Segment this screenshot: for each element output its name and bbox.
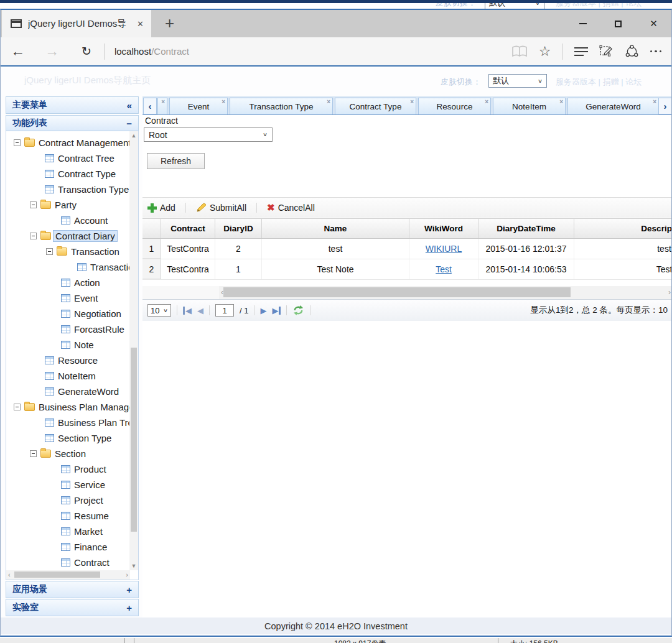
tab-close-icon[interactable]: × (485, 98, 488, 105)
wikiword-link[interactable]: WIKIURL (426, 244, 462, 254)
hub-icon[interactable] (574, 47, 588, 56)
document-tab-event[interactable]: Event× (169, 98, 228, 114)
partial-tab[interactable]: × (157, 98, 167, 114)
collapse-panel-icon[interactable]: − (126, 118, 132, 129)
table-row[interactable]: 1TestContra2testWIKIURL2015-01-16 12:01:… (142, 239, 671, 259)
close-button[interactable]: ✕ (636, 10, 671, 37)
tab-close-icon[interactable]: × (653, 98, 656, 105)
tree-node[interactable]: Business Plan Management (6, 399, 130, 415)
scrollbar-thumb[interactable] (131, 348, 137, 532)
scroll-up-icon[interactable]: ▲ (129, 132, 138, 139)
contract-combobox[interactable]: Root ∨ (144, 127, 273, 142)
page-size-select[interactable]: 10 ∨ (147, 304, 171, 317)
collapse-toggle-icon[interactable] (46, 248, 53, 255)
tree-node[interactable]: Resume (6, 508, 130, 524)
collapse-toggle-icon[interactable] (14, 139, 21, 146)
tree-node[interactable]: Transaction (6, 244, 130, 259)
sidebar-panel-scenarios[interactable]: 应用场景 + (6, 581, 139, 598)
tree-node[interactable]: Contract Management (6, 135, 130, 150)
document-tab-transaction-type[interactable]: Transaction Type× (230, 98, 333, 114)
last-page-button[interactable]: ▶ (272, 307, 281, 315)
tree-node[interactable]: Product (6, 461, 130, 477)
new-tab-button[interactable]: + (160, 13, 179, 33)
tree-node[interactable]: Resource (6, 353, 130, 368)
collapse-sidebar-icon[interactable]: « (127, 100, 132, 111)
collapse-toggle-icon[interactable] (30, 233, 37, 239)
scroll-right-icon[interactable]: › (126, 570, 128, 580)
scrollbar-thumb[interactable] (223, 287, 571, 297)
tab-close-icon[interactable]: × (410, 98, 414, 105)
tree-node[interactable]: Account (6, 213, 130, 228)
reload-grid-icon[interactable] (292, 305, 304, 316)
document-tab-generateword[interactable]: GenerateWord× (567, 98, 659, 114)
scroll-down-icon[interactable]: ▼ (129, 563, 138, 569)
skin-select[interactable]: 默认 ∨ (488, 74, 547, 88)
tree-node[interactable]: Business Plan Tree (6, 415, 130, 430)
share-icon[interactable] (625, 44, 639, 58)
first-page-button[interactable]: ◀ (183, 307, 192, 315)
collapse-toggle-icon[interactable] (14, 404, 21, 410)
grid-header-cell[interactable]: DiaryDateTime (478, 219, 574, 238)
scroll-left-icon[interactable]: ‹ (8, 570, 11, 580)
tree-node[interactable]: Contract Diary (6, 228, 130, 244)
add-button[interactable]: Add (147, 203, 175, 213)
tree-node[interactable]: GenerateWord (6, 384, 130, 399)
sidebar-panel-main-menu[interactable]: 主要菜单 « (6, 96, 139, 114)
expand-panel-icon[interactable]: + (126, 585, 132, 595)
grid-header-cell[interactable]: Contract (161, 219, 215, 238)
tree-node[interactable]: Contract Type (6, 166, 130, 182)
tab-close-icon[interactable]: × (161, 98, 165, 105)
tree-node[interactable]: NoteItem (6, 368, 130, 384)
tree-node[interactable]: Finance (6, 539, 130, 555)
document-tab-resource[interactable]: Resource× (418, 98, 491, 114)
background-skin-select[interactable]: 默认 ∨ (485, 3, 544, 9)
tree-node[interactable]: Note (6, 337, 130, 353)
tree-node[interactable]: Market (6, 524, 130, 539)
cancel-all-button[interactable]: ✖ CancelAll (267, 202, 315, 213)
tab-close-icon[interactable]: × (222, 98, 225, 105)
tree-node[interactable]: Action (6, 275, 130, 290)
url-field[interactable]: localhost/Contract (114, 46, 189, 57)
scroll-right-icon[interactable]: › (668, 286, 671, 299)
tree-node[interactable]: Contract (6, 555, 130, 570)
sidebar-panel-lab[interactable]: 实验室 + (6, 599, 139, 616)
tab-close-icon[interactable]: × (327, 98, 330, 105)
web-note-icon[interactable] (599, 44, 614, 58)
browser-tab[interactable]: jQuery ligerUI Demos导 ✕ (2, 10, 151, 37)
document-tab-contract-type[interactable]: Contract Type× (335, 98, 416, 114)
page-number-input[interactable] (215, 304, 234, 317)
sidebar-panel-function-list[interactable]: 功能列表 − (6, 115, 139, 131)
refresh-tree-button[interactable]: Refresh (147, 153, 205, 169)
document-tab-noteitem[interactable]: NoteItem× (493, 98, 566, 114)
grid-header-cell[interactable]: Description (574, 219, 671, 238)
collapse-toggle-icon[interactable] (30, 450, 37, 457)
tree-node[interactable]: Section (6, 446, 130, 461)
table-row[interactable]: 2TestContra1Test NoteTest2015-01-14 10:0… (142, 259, 671, 280)
tree-node[interactable]: Section Type (6, 430, 130, 446)
maximize-button[interactable] (600, 10, 636, 37)
expand-panel-icon[interactable]: + (126, 603, 132, 613)
submit-all-button[interactable]: SubmitAll (196, 203, 246, 213)
tab-close-icon[interactable]: ✕ (134, 19, 146, 29)
tree-node[interactable]: Contract Tree (6, 150, 130, 166)
tree-node[interactable]: Transaction (6, 259, 130, 275)
grid-header-cell[interactable] (142, 219, 161, 238)
tree-vertical-scrollbar[interactable]: ▲ ▼ (129, 131, 138, 570)
tree-node[interactable]: Negotiation (6, 306, 130, 322)
tab-close-icon[interactable]: × (559, 98, 563, 105)
back-button[interactable]: ← (1, 44, 35, 58)
tree-node[interactable]: Party (6, 197, 130, 213)
tree-node[interactable]: Event (6, 290, 130, 306)
favorites-star-icon[interactable]: ☆ (539, 44, 551, 60)
tree-node[interactable]: Project (6, 493, 130, 508)
tree-node[interactable]: Transaction Type (6, 182, 130, 197)
tree-node[interactable]: Service (6, 477, 130, 493)
scrollbar-thumb[interactable] (14, 571, 100, 578)
collapse-toggle-icon[interactable] (30, 201, 37, 208)
grid-horizontal-scrollbar[interactable]: ‹ › (142, 286, 671, 299)
tabs-scroll-left-button[interactable]: ‹ (143, 98, 157, 114)
grid-header-cell[interactable]: Name (262, 219, 409, 238)
grid-header-cell[interactable]: DiaryID (215, 219, 262, 238)
tree-horizontal-scrollbar[interactable]: ‹ › (6, 570, 130, 580)
tree-node[interactable]: ForcastRule (6, 322, 130, 337)
